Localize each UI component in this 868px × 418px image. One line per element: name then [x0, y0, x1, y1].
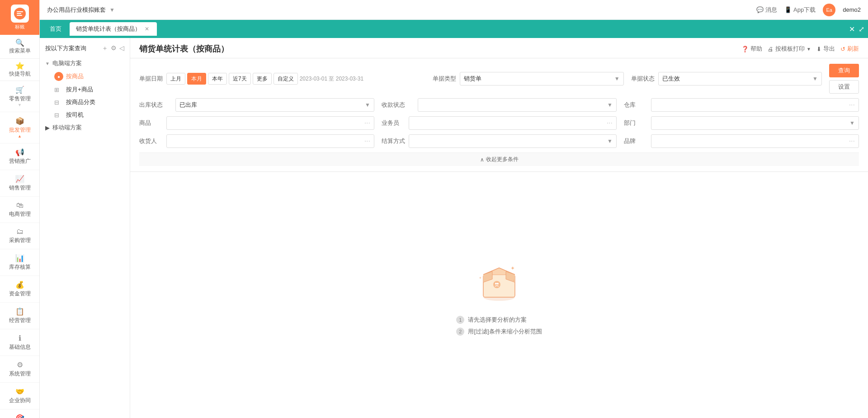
filter-department: 部门 ▼: [624, 116, 859, 130]
sidebar-item-inventory[interactable]: 📊 库存核算: [0, 249, 39, 276]
content-area: 按以下方案查询 ＋ ⚙ ◁ ▼ 电脑端方案 ● 按商品 ⊞ 按月: [40, 38, 868, 418]
template-print-button[interactable]: 🖨 按模板打印 ▼: [768, 45, 811, 53]
tree-item-by-cashier[interactable]: ⊟ 按司机: [40, 109, 130, 121]
settings-button[interactable]: 设置: [829, 80, 859, 94]
user-avatar[interactable]: Ea: [823, 4, 835, 16]
tab-close-icon[interactable]: ✕: [143, 25, 151, 33]
add-scheme-icon[interactable]: ＋: [102, 44, 108, 52]
filter-product: 商品 ···: [139, 116, 374, 130]
help-icon: ❓: [741, 46, 749, 52]
sidebar-item-basic[interactable]: ℹ 基础信息: [0, 329, 39, 356]
by-month-product-label: 按月+商品: [66, 86, 93, 94]
export-button[interactable]: ⬇ 导出: [816, 45, 835, 53]
payment-status-label: 收款状态: [382, 101, 418, 109]
tip-num-1: 1: [456, 316, 464, 324]
sidebar-item-enterprise[interactable]: 🤝 企业协同: [0, 383, 39, 409]
sidebar-enterprise-label: 企业协同: [9, 397, 31, 404]
tree-pc-root[interactable]: ▼ 电脑端方案: [40, 57, 130, 70]
by-month-product-icon: ⊞: [54, 86, 63, 93]
department-dropdown-icon: ▼: [849, 120, 855, 126]
refresh-icon: ↺: [840, 46, 845, 52]
sidebar-item-operation[interactable]: 📋 经营管理: [0, 303, 39, 329]
product-input[interactable]: ···: [166, 116, 374, 130]
recipient-input[interactable]: ···: [166, 134, 374, 148]
date-btn-more[interactable]: 更多: [253, 73, 272, 85]
sidebar-item-search[interactable]: 🔍 搜索菜单: [0, 35, 39, 59]
payment-status-input[interactable]: ▼: [418, 98, 617, 112]
app-download-label: App下载: [793, 6, 816, 14]
tree-item-by-month-product[interactable]: ⊞ 按月+商品: [40, 83, 130, 96]
brand-dots-icon[interactable]: ···: [849, 137, 855, 145]
salesperson-dots-icon[interactable]: ···: [607, 119, 613, 127]
tip-num-2: 2: [456, 328, 464, 336]
left-panel-header: 按以下方案查询 ＋ ⚙ ◁: [40, 42, 130, 55]
industry-dropdown-icon[interactable]: ▼: [109, 7, 115, 13]
collapse-filter-button[interactable]: ∧ 收起更多条件: [139, 152, 859, 166]
stock-status-dropdown-icon: ▼: [365, 102, 370, 108]
doc-status-value: 已生效: [662, 75, 680, 83]
tree-item-by-category[interactable]: ⊟ 按商品分类: [40, 96, 130, 109]
tab-close-all-icon[interactable]: ✕: [849, 25, 855, 33]
sidebar: 标账 🔍 搜索菜单 ⭐ 快捷导航 🛒 零售管理 ▼ 📦 批发管理 ▲ 📢 营销推…: [0, 0, 40, 418]
sidebar-item-quick-nav[interactable]: ⭐ 快捷导航: [0, 59, 39, 81]
warehouse-dots-icon[interactable]: ···: [849, 101, 855, 109]
payment-method-input[interactable]: ▼: [409, 134, 617, 148]
tree-item-by-product[interactable]: ● 按商品: [40, 70, 130, 83]
avatar-initials: Ea: [826, 7, 832, 13]
sidebar-item-guide[interactable]: 🎯 新手引导: [0, 409, 39, 418]
sales-icon: 📈: [15, 175, 24, 183]
filter-stock-status: 出库状态 已出库 ▼: [139, 98, 374, 112]
date-btn-this-month[interactable]: 本月: [187, 73, 206, 85]
app-logo[interactable]: 标账: [0, 0, 39, 35]
topbar-right: 💬 消息 📱 App下载 Ea demo2: [756, 4, 861, 16]
brand-input[interactable]: ···: [651, 134, 859, 148]
sidebar-inventory-label: 库存核算: [9, 263, 31, 271]
doc-status-label: 单据状态: [631, 75, 658, 83]
sidebar-marketing-label: 营销推广: [9, 157, 31, 165]
topbar-left: 办公用品行业模拟账套 ▼: [47, 6, 115, 14]
svg-point-5: [497, 283, 499, 285]
sidebar-item-system[interactable]: ⚙ 系统管理: [0, 356, 39, 383]
svg-text:✦: ✦: [479, 276, 482, 280]
help-label: 帮助: [750, 45, 762, 53]
recipient-dots-icon[interactable]: ···: [364, 137, 370, 145]
collapse-panel-icon[interactable]: ◁: [119, 44, 124, 52]
operation-icon: 📋: [15, 307, 24, 316]
sidebar-item-wholesale[interactable]: 📦 批发管理 ▲: [0, 112, 39, 143]
refresh-button[interactable]: ↺ 刷新: [840, 45, 859, 53]
doc-type-input[interactable]: 销货单 ▼: [460, 72, 623, 86]
user-name[interactable]: demo2: [843, 6, 861, 13]
sidebar-item-sales[interactable]: 📈 销售管理: [0, 170, 39, 197]
help-button[interactable]: ❓ 帮助: [741, 45, 762, 53]
date-btn-custom[interactable]: 自定义: [274, 73, 298, 85]
date-btn-this-year[interactable]: 本年: [208, 73, 227, 85]
query-button[interactable]: 查询: [829, 64, 859, 77]
department-input[interactable]: ▼: [651, 116, 859, 130]
sidebar-item-marketing[interactable]: 📢 营销推广: [0, 143, 39, 170]
settings-scheme-icon[interactable]: ⚙: [111, 44, 117, 52]
date-btn-7days[interactable]: 近7天: [229, 73, 251, 85]
sidebar-item-ecommerce[interactable]: 🛍 电商管理: [0, 197, 39, 223]
tab-sales-stats[interactable]: 销货单统计表（按商品） ✕: [70, 22, 157, 36]
product-dots-icon[interactable]: ···: [364, 119, 370, 127]
empty-tip-2: 2 用[过滤]条件来缩小分析范围: [456, 328, 542, 336]
message-button[interactable]: 💬 消息: [756, 6, 777, 14]
stock-status-input[interactable]: 已出库 ▼: [175, 98, 374, 112]
message-label: 消息: [765, 6, 777, 14]
warehouse-input[interactable]: ···: [651, 98, 859, 112]
tab-expand-icon[interactable]: ⤢: [859, 25, 864, 33]
mobile-section-label: 移动端方案: [52, 124, 82, 132]
salesperson-input[interactable]: ···: [409, 116, 617, 130]
refresh-label: 刷新: [847, 45, 859, 53]
doc-status-input[interactable]: 已生效 ▼: [658, 72, 822, 86]
date-btn-last-month[interactable]: 上月: [166, 73, 185, 85]
tree-mobile-section[interactable]: ▶ 移动端方案: [40, 121, 130, 134]
app-download-button[interactable]: 📱 App下载: [784, 6, 816, 14]
logo-text: 标账: [15, 24, 25, 30]
sidebar-item-purchase[interactable]: 🗂 采购管理: [0, 223, 39, 249]
page-header: 销货单统计表（按商品） ❓ 帮助 🖨 按模板打印 ▼ ⬇ 导出: [130, 38, 868, 58]
collapse-chevron-icon: ∧: [480, 157, 484, 163]
tab-home[interactable]: 首页: [43, 22, 68, 36]
sidebar-item-finance[interactable]: 💰 资金管理: [0, 276, 39, 303]
sidebar-item-retail[interactable]: 🛒 零售管理 ▼: [0, 81, 39, 112]
